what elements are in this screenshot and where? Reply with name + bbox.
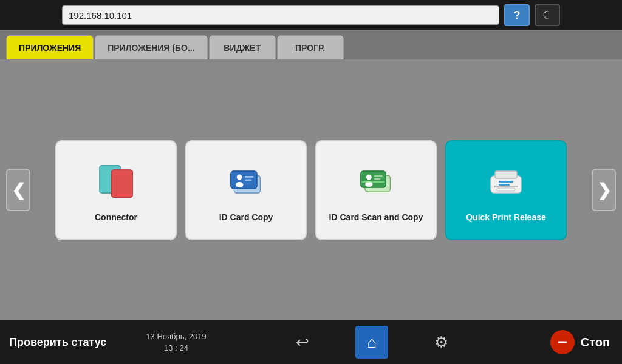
tab-apps[interactable]: ПРИЛОЖЕНИЯ — [6, 35, 94, 59]
bottom-bar: Проверить статус 13 Ноябрь, 2019 13 : 24… — [0, 320, 622, 364]
tab-apps-more[interactable]: ПРИЛОЖЕНИЯ (БО... — [95, 35, 207, 59]
svg-rect-4 — [231, 171, 257, 189]
apps-grid: Connector ID Card Copy — [55, 140, 567, 240]
home-icon: ⌂ — [367, 333, 377, 352]
help-icon: ? — [514, 9, 521, 22]
ip-address: 192.168.10.101 — [69, 10, 132, 21]
tile-connector[interactable]: Connector — [55, 140, 177, 240]
svg-rect-21 — [494, 186, 518, 187]
back-button[interactable]: ↩ — [286, 326, 319, 359]
id-card-copy-icon — [222, 158, 270, 206]
stop-svg — [555, 335, 570, 349]
settings-button[interactable]: ⚙ — [425, 326, 457, 359]
id-card-scan-copy-label: ID Card Scan and Copy — [329, 212, 423, 222]
tab-widget[interactable]: ВИДЖЕТ — [209, 35, 276, 59]
help-button[interactable]: ? — [504, 4, 530, 26]
bottom-actions: ↩ ⌂ ⚙ — [213, 326, 531, 359]
quick-print-release-label: Quick Print Release — [466, 212, 546, 222]
id-card-copy-label: ID Card Copy — [219, 212, 273, 222]
svg-point-5 — [237, 174, 242, 180]
quick-print-release-icon — [482, 158, 530, 206]
svg-rect-17 — [495, 171, 517, 178]
address-bar[interactable]: 192.168.10.101 — [62, 5, 499, 25]
svg-point-6 — [236, 182, 244, 187]
stop-label[interactable]: Стоп — [581, 335, 610, 349]
main-content: ❮ Connector — [0, 59, 622, 320]
svg-point-11 — [366, 174, 372, 180]
home-button[interactable]: ⌂ — [355, 326, 388, 359]
tab-apps-label: ПРИЛОЖЕНИЯ — [19, 43, 81, 53]
back-icon: ↩ — [296, 333, 309, 352]
svg-rect-7 — [245, 176, 253, 178]
stop-section: Стоп — [531, 330, 622, 354]
svg-rect-19 — [499, 181, 513, 183]
tile-id-card-scan-copy[interactable]: ID Card Scan and Copy — [315, 140, 437, 240]
svg-rect-2 — [112, 170, 132, 197]
next-arrow-button[interactable]: ❯ — [592, 169, 616, 211]
svg-rect-18 — [497, 188, 515, 191]
gear-icon: ⚙ — [434, 333, 448, 352]
tile-id-card-copy[interactable]: ID Card Copy — [185, 140, 307, 240]
tile-quick-print-release[interactable]: Quick Print Release — [445, 140, 567, 240]
time-label: 13 : 24 — [140, 342, 213, 354]
left-chevron-icon: ❮ — [12, 180, 26, 200]
status-section: Проверить статус — [0, 336, 140, 349]
svg-rect-10 — [361, 171, 386, 187]
tab-program-label: ПРОГР. — [295, 43, 325, 53]
stop-icon — [550, 330, 575, 354]
prev-arrow-button[interactable]: ❮ — [6, 169, 30, 211]
datetime-section: 13 Ноябрь, 2019 13 : 24 — [140, 331, 213, 354]
svg-rect-8 — [245, 180, 251, 181]
top-bar: 192.168.10.101 ? ☾ — [0, 0, 622, 30]
tab-apps-more-label: ПРИЛОЖЕНИЯ (БО... — [108, 43, 194, 53]
connector-icon — [92, 158, 140, 206]
status-label: Проверить статус — [9, 336, 106, 348]
svg-rect-14 — [374, 178, 380, 180]
tabs-bar: ПРИЛОЖЕНИЯ ПРИЛОЖЕНИЯ (БО... ВИДЖЕТ ПРОГ… — [0, 30, 622, 59]
id-card-scan-copy-icon — [352, 158, 400, 206]
right-chevron-icon: ❯ — [597, 180, 611, 200]
tab-program[interactable]: ПРОГР. — [277, 35, 344, 59]
date-label: 13 Ноябрь, 2019 — [140, 331, 213, 343]
svg-rect-13 — [374, 175, 383, 177]
connector-label: Connector — [95, 212, 137, 222]
svg-rect-20 — [499, 184, 510, 186]
tab-widget-label: ВИДЖЕТ — [224, 43, 261, 53]
sleep-button[interactable]: ☾ — [535, 4, 560, 26]
moon-icon: ☾ — [542, 8, 552, 22]
